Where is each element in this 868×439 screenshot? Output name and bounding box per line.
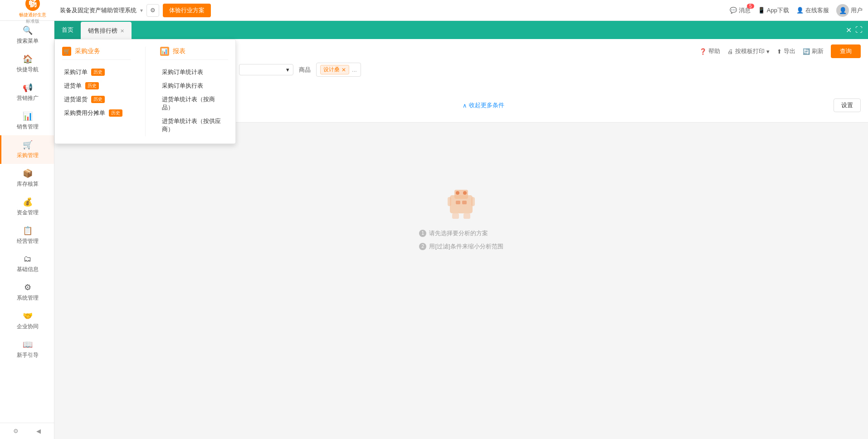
logo-area: 畅 畅捷通好生意 标准版	[5, 0, 60, 25]
purchase-section-label: 采购业务	[75, 47, 100, 55]
sidebar-item-basicinfo[interactable]: 🗂 基础信息	[0, 250, 54, 278]
menu-item-incoming-by-supplier[interactable]: 进货单统计表（按供应商）	[160, 114, 229, 136]
menu-item-expense[interactable]: 采购费用分摊单 历史	[62, 106, 131, 120]
refresh-label: 刷新	[812, 47, 824, 55]
search-icon: 🔍	[23, 25, 33, 35]
online-service-item[interactable]: 👤 在线客服	[796, 6, 829, 15]
refresh-btn[interactable]: 🔄 刷新	[803, 47, 824, 55]
history-badge-2: 历史	[85, 82, 99, 89]
history-badge-1: 历史	[91, 69, 105, 76]
message-badge: 5	[747, 4, 754, 9]
report-section: 📊 报表 采购订单统计表 采购订单执行表 进货单统计表（按商品） 进货单统计表（…	[160, 47, 229, 136]
svg-rect-7	[471, 197, 475, 206]
history-badge-3: 历史	[91, 96, 105, 103]
print-label: 按模板打印	[735, 47, 765, 55]
tab-close-icon[interactable]: ✕	[120, 28, 124, 34]
collapse-up-icon: ∧	[463, 102, 467, 109]
empty-hint-2: 用[过滤]条件来缩小分析范围	[429, 241, 503, 252]
guide-icon: 📖	[23, 340, 33, 350]
order-exec-label: 采购订单执行表	[162, 82, 203, 90]
service-icon: 👤	[796, 7, 804, 14]
goods-ellipsis[interactable]: ...	[352, 66, 357, 73]
sidebar-label-inventory: 库存核算	[17, 180, 39, 188]
refresh-icon: 🔄	[803, 48, 810, 55]
system-title: 装备及固定资产辅助管理系统	[60, 6, 137, 15]
sidebar-label-marketing: 营销推广	[17, 94, 39, 102]
sidebar-item-quicknav[interactable]: 🏠 快捷导航	[0, 49, 54, 78]
menu-item-order-stats[interactable]: 采购订单统计表	[160, 65, 229, 79]
logo-text: 畅捷通好生意	[19, 12, 46, 18]
goods-tag-text: 设计桑	[323, 66, 340, 74]
dropdown-menu: 🛒 采购业务 采购订单 历史 进货单 历史 进货退货 历史 采购费用分摊单 历史…	[54, 39, 236, 144]
svg-rect-4	[456, 201, 460, 204]
menu-item-purchase-order[interactable]: 采购订单 历史	[62, 65, 131, 79]
incoming-label: 进货单	[64, 82, 82, 90]
user-label: 用户	[851, 6, 863, 15]
menu-item-incoming[interactable]: 进货单 历史	[62, 79, 131, 93]
collapse-btn[interactable]: ∧ 收起更多条件	[463, 101, 504, 109]
help-btn[interactable]: ❓ 帮助	[699, 47, 720, 55]
sidebar: 🔍 搜索菜单 🏠 快捷导航 📢 营销推广 📊 销售管理 🛒 采购管理 📦 库存核…	[0, 21, 54, 439]
sidebar-item-enterprise[interactable]: 🤝 企业协同	[0, 306, 54, 335]
app-download-item[interactable]: 📱 App下载	[758, 6, 789, 15]
menu-item-incoming-by-goods[interactable]: 进货单统计表（按商品）	[160, 93, 229, 114]
export-btn[interactable]: ⬆ 导出	[777, 47, 795, 55]
goods-filter[interactable]: 设计桑 ✕ ...	[316, 63, 361, 77]
empty-text: 1 请先选择要分析的方案 2 用[过滤]条件来缩小分析范围	[419, 228, 503, 252]
svg-rect-9	[463, 213, 470, 219]
empty-hint-1: 请先选择要分析的方案	[429, 228, 488, 238]
phone-icon: 📱	[758, 7, 765, 14]
goods-tag-close[interactable]: ✕	[341, 67, 346, 73]
help-icon: ❓	[699, 48, 707, 55]
sidebar-item-operation[interactable]: 📋 经营管理	[0, 221, 54, 250]
sidebar-item-purchase[interactable]: 🛒 采购管理	[0, 135, 54, 164]
sidebar-label-purchase: 采购管理	[17, 152, 39, 159]
industry-btn[interactable]: 体验行业方案	[163, 4, 211, 17]
sidebar-item-capital[interactable]: 💰 资金管理	[0, 192, 54, 221]
enterprise-icon: 🤝	[23, 311, 33, 321]
sidebar-item-sales[interactable]: 📊 销售管理	[0, 107, 54, 135]
doc-status-select[interactable]: ▾	[239, 64, 293, 75]
svg-point-3	[463, 191, 467, 195]
tab-close-all-icon[interactable]: ✕	[846, 26, 852, 35]
purchase-section-icon: 🛒	[62, 47, 71, 56]
purchase-order-label: 采购订单	[64, 68, 88, 76]
marketing-icon: 📢	[23, 83, 33, 93]
query-button[interactable]: 查询	[831, 44, 861, 58]
logo-icon: 畅	[25, 0, 40, 11]
tab-bar: 首页 销售排行榜 ✕ ✕ ⛶	[54, 21, 868, 39]
collapse-area: ∧ 收起更多条件	[139, 101, 828, 109]
sidebar-label-guide: 新手引导	[17, 351, 39, 359]
collapse-icon[interactable]: ◀	[36, 428, 41, 434]
return-label: 进货退货	[64, 95, 88, 104]
goods-label: 商品	[299, 66, 311, 74]
svg-rect-8	[452, 213, 459, 219]
settings-button[interactable]: 设置	[834, 99, 861, 112]
settings-bottom-icon[interactable]: ⚙	[13, 428, 19, 434]
basicinfo-icon: 🗂	[24, 254, 32, 264]
tab-bar-right: ✕ ⛶	[846, 26, 868, 35]
sidebar-label-system: 系统管理	[17, 294, 39, 302]
sidebar-item-search[interactable]: 🔍 搜索菜单	[0, 21, 54, 49]
svg-rect-5	[462, 201, 467, 204]
gear-button[interactable]: ⚙	[146, 4, 159, 17]
report-section-title: 📊 报表	[160, 47, 229, 60]
logo-sub: 标准版	[26, 18, 39, 25]
sidebar-item-marketing[interactable]: 📢 营销推广	[0, 78, 54, 107]
tab-expand-icon[interactable]: ⛶	[855, 26, 863, 34]
sidebar-item-guide[interactable]: 📖 新手引导	[0, 335, 54, 364]
sidebar-label-sales: 销售管理	[17, 123, 39, 131]
sidebar-item-inventory[interactable]: 📦 库存核算	[0, 164, 54, 192]
user-avatar: 👤	[836, 4, 849, 17]
tab-sales-rank[interactable]: 销售排行榜 ✕	[81, 22, 132, 40]
tab-sales-rank-label: 销售排行榜	[88, 27, 117, 35]
incoming-by-supplier-label: 进货单统计表（按供应商）	[162, 117, 227, 133]
menu-item-return[interactable]: 进货退货 历史	[62, 93, 131, 106]
menu-item-order-exec[interactable]: 采购订单执行表	[160, 79, 229, 93]
user-item[interactable]: 👤 用户	[836, 4, 863, 17]
title-arrow-icon[interactable]: ▾	[140, 7, 143, 14]
export-icon: ⬆	[777, 48, 782, 55]
sidebar-item-system[interactable]: ⚙ 系统管理	[0, 278, 54, 306]
message-item[interactable]: 💬 消息 5	[730, 6, 751, 15]
print-btn[interactable]: 🖨 按模板打印 ▾	[727, 47, 770, 55]
